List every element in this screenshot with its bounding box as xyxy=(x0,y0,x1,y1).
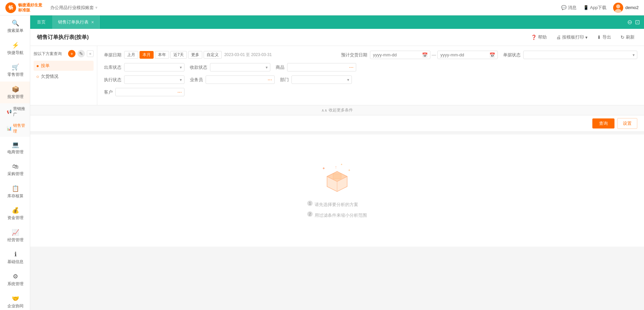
logo-text: 畅捷通好生意 标准版 xyxy=(18,3,42,12)
date-input-group: 📅 — 📅 xyxy=(370,51,498,59)
sidebar-item-enterprise[interactable]: 🤝 企业协同 xyxy=(0,291,30,310)
query-button[interactable]: 查询 xyxy=(592,118,614,128)
export-button[interactable]: ⬇ 导出 xyxy=(594,33,614,42)
tab-minimize-button[interactable]: ⊖ xyxy=(627,18,632,26)
page-content: 销售订单执行表(按单) ❓ 帮助 🖨 按模板打印 ▾ ⬇ 导出 xyxy=(30,29,644,310)
empty-state: ✦ ✦ ✦ ↑ 1 请先选择要分析的方案 2 用过滤条件来缩小分析范围 xyxy=(30,135,644,247)
sidebar-sub-sales[interactable]: 📊 销售管理 xyxy=(0,120,30,137)
sidebar-item-wholesale[interactable]: 📦 批发管理 xyxy=(0,82,30,104)
add-scheme-button[interactable]: + xyxy=(68,50,75,57)
customer-more-icon[interactable]: ··· xyxy=(177,89,182,95)
messages-button[interactable]: 💬 消息 xyxy=(561,5,577,11)
filter-row-4: 客户 ··· xyxy=(104,88,637,96)
date-btn-lastmonth[interactable]: 上月 xyxy=(124,51,138,59)
info-icon: ℹ xyxy=(14,251,17,258)
print-dropdown-icon[interactable]: ▾ xyxy=(585,35,588,40)
sidebar-item-finance[interactable]: 💰 资金管理 xyxy=(0,203,30,225)
status-select[interactable] xyxy=(523,51,637,59)
operations-icon: 📈 xyxy=(12,229,19,236)
tab-active[interactable]: 销售订单执行表 × xyxy=(53,15,100,29)
sidebar-item-system[interactable]: ⚙ 系统管理 xyxy=(0,269,30,291)
export-icon: ⬇ xyxy=(597,35,601,40)
filter-item-goods: 商品 ··· xyxy=(276,63,356,71)
delivery-select[interactable] xyxy=(124,63,184,71)
salesperson-more-icon[interactable]: ··· xyxy=(268,77,272,83)
svg-marker-6 xyxy=(333,174,341,179)
filter-row-1: 单据日期 上月 本月 本年 近7天 更多 自定义 2023-03-01 至 20… xyxy=(104,51,637,59)
date-btn-currentmonth[interactable]: 本月 xyxy=(140,51,154,59)
goods-input[interactable] xyxy=(287,63,356,71)
filter-panel: 按以下方案查询 + ✎ « ● 按单 ○ 欠货情况 xyxy=(30,46,644,105)
sidebar-item-inventory[interactable]: 📋 库存核算 xyxy=(0,181,30,203)
refresh-icon: ↻ xyxy=(621,35,625,40)
marketing-icon: 📢 xyxy=(7,109,12,114)
user-area[interactable]: demo2 xyxy=(613,3,639,13)
date-end-icon[interactable]: 📅 xyxy=(489,52,495,58)
main-layout: 🔍 搜索菜单 ⚡ 快捷导航 🛒 零售管理 📦 批发管理 📢 营销推广 📊 销售管… xyxy=(0,15,644,310)
date-start-icon[interactable]: 📅 xyxy=(422,52,428,58)
execution-select[interactable] xyxy=(124,75,184,84)
scheme-item-shortage[interactable]: ○ 欠货情况 xyxy=(34,71,94,82)
collapse-scheme-button[interactable]: « xyxy=(87,50,94,57)
filter-collapse-row: ∧∧ 收起更多条件 xyxy=(30,105,644,115)
refresh-button[interactable]: ↻ 刷新 xyxy=(618,33,637,42)
sidebar-item-retail[interactable]: 🛒 零售管理 xyxy=(0,59,30,82)
page-header: 销售订单执行表(按单) ❓ 帮助 🖨 按模板打印 ▾ ⬇ 导出 xyxy=(30,29,644,46)
date-btn-more[interactable]: 更多 xyxy=(188,51,202,59)
svg-text:✦: ✦ xyxy=(340,163,343,166)
date-btn-custom[interactable]: 自定义 xyxy=(204,51,222,59)
filter-item-customer: 客户 ··· xyxy=(104,88,184,96)
salesperson-input-wrapper: ··· xyxy=(206,75,275,84)
tab-expand-button[interactable]: ⊡ xyxy=(635,18,640,26)
order-icon: ● xyxy=(36,63,39,68)
empty-tip-2: 2 用过滤条件来缩小分析范围 xyxy=(307,211,367,220)
date-separator: — xyxy=(432,52,436,57)
download-icon: 📱 xyxy=(583,5,589,10)
breadcrumb: 办公用品行业模拟账套 ▾ xyxy=(50,5,98,11)
payment-select[interactable] xyxy=(210,63,270,71)
user-avatar xyxy=(613,3,623,13)
tab-home[interactable]: 首页 xyxy=(30,15,53,29)
sidebar-item-operations[interactable]: 📈 经营管理 xyxy=(0,225,30,247)
print-button[interactable]: 🖨 按模板打印 ▾ xyxy=(553,33,590,42)
filter-item-department: 部门 xyxy=(280,75,352,84)
tab-close-button[interactable]: × xyxy=(91,19,94,25)
search-icon: 🔍 xyxy=(12,19,19,27)
salesperson-input[interactable] xyxy=(206,75,275,84)
quicknav-icon: ⚡ xyxy=(12,42,19,49)
wholesale-icon: 📦 xyxy=(12,86,19,93)
tab-bar: 首页 销售订单执行表 × ⊖ ⊡ xyxy=(30,15,644,29)
goods-more-icon[interactable]: ··· xyxy=(349,64,354,70)
collapse-button[interactable]: ∧∧ 收起更多条件 xyxy=(321,107,353,113)
sidebar-item-quicknav[interactable]: ⚡ 快捷导航 xyxy=(0,38,30,60)
sidebar-item-search[interactable]: 🔍 搜索菜单 xyxy=(0,15,30,38)
ecommerce-icon: 💻 xyxy=(12,141,19,148)
edit-scheme-button[interactable]: ✎ xyxy=(77,50,85,57)
app-download-button[interactable]: 📱 App下载 xyxy=(583,5,606,11)
settings-button[interactable]: 设置 xyxy=(617,118,637,129)
sidebar-item-ecommerce[interactable]: 💻 电商管理 xyxy=(0,137,30,159)
help-button[interactable]: ❓ 帮助 xyxy=(528,33,549,42)
filter-item-salesperson: 业务员 ··· xyxy=(190,75,275,84)
scheme-item-order[interactable]: ● 按单 xyxy=(34,61,94,71)
empty-tip-1: 1 请先选择要分析的方案 xyxy=(307,200,367,209)
date-btn-recent7[interactable]: 近7天 xyxy=(170,51,187,59)
filter-scheme-panel: 按以下方案查询 + ✎ « ● 按单 ○ 欠货情况 xyxy=(30,46,97,105)
date-btn-currentyear[interactable]: 本年 xyxy=(155,51,169,59)
department-select-wrapper xyxy=(291,75,352,84)
inventory-icon: 📋 xyxy=(12,185,19,192)
filter-item-payment: 收款状态 xyxy=(190,63,270,71)
scheme-actions: + ✎ « xyxy=(68,50,94,57)
sidebar-item-purchase[interactable]: 🛍 采购管理 xyxy=(0,159,30,181)
logo-area: 畅 畅捷通好生意 标准版 xyxy=(5,2,42,13)
expected-date-end-input[interactable] xyxy=(437,51,498,59)
filter-item-expected-date: 预计交货日期 📅 — 📅 xyxy=(341,51,498,59)
customer-input[interactable] xyxy=(115,88,184,96)
sidebar-sub-marketing[interactable]: 📢 营销推广 xyxy=(0,103,30,120)
expected-date-start-input[interactable] xyxy=(370,51,430,59)
sidebar-wholesale-section: 📢 营销推广 📊 销售管理 xyxy=(0,103,30,137)
sidebar-item-basic-info[interactable]: ℹ 基础信息 xyxy=(0,247,30,269)
department-select[interactable] xyxy=(291,75,352,84)
top-bar-left: 畅 畅捷通好生意 标准版 办公用品行业模拟账套 ▾ xyxy=(5,2,98,13)
top-bar: 畅 畅捷通好生意 标准版 办公用品行业模拟账套 ▾ 💬 消息 📱 App下载 xyxy=(0,0,644,15)
